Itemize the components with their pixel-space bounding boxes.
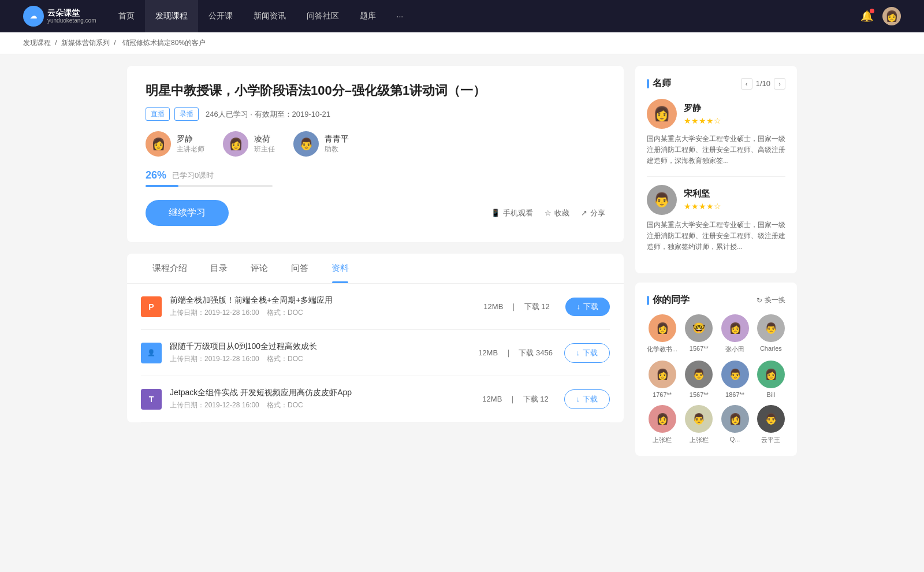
classmate-2[interactable]: 🤓 1567** [684, 314, 713, 354]
resource-info-2: 跟随千万级项目从0到100全过程高效成长 上传日期：2019-12-28 16:… [170, 341, 467, 364]
classmate-6[interactable]: 👨 1567** [684, 361, 713, 398]
classmate-3[interactable]: 👩 张小田 [720, 314, 749, 354]
navbar: ☁ 云朵课堂 yunduoketang.com 首页 发现课程 公开课 新闻资讯… [0, 0, 924, 32]
course-meta: 246人已学习 · 有效期至：2019-10-21 [206, 109, 330, 120]
progress-text: 已学习0课时 [172, 170, 214, 181]
teacher-2-info: 凌荷 班主任 [254, 134, 275, 154]
teacher-panel: 名师 ‹ 1/10 › 👩 罗静 ★★★★☆ [635, 66, 797, 273]
download-button-2[interactable]: ↓ 下载 [564, 343, 610, 363]
teacher-2: 👩 凌荷 班主任 [223, 131, 275, 157]
resource-meta-3: 上传日期：2019-12-28 16:00 格式：DOC [170, 400, 467, 410]
progress-section: 26% 已学习0课时 [146, 169, 605, 187]
collect-button[interactable]: ☆ 收藏 [545, 208, 569, 218]
teacher-card-1-stars: ★★★★☆ [684, 116, 721, 125]
share-icon: ↗ [581, 209, 587, 217]
classmate-4[interactable]: 👨 Charles [757, 314, 785, 354]
resource-icon-2: 👤 [141, 343, 162, 363]
breadcrumb-series[interactable]: 新媒体营销系列 [61, 39, 110, 47]
teacher-card-2-desc: 国内某重点大学安全工程专业硕士，国家一级注册消防工程师、注册安全工程师、级注册建… [647, 220, 785, 253]
classmate-9[interactable]: 👩 上张栏 [647, 405, 677, 444]
classmate-10[interactable]: 👨 上张栏 [684, 405, 713, 444]
main-container: 明星中教授课，小学阶段语法100分–强化级第1讲动词（一） 直播 录播 246人… [116, 66, 808, 465]
classmate-4-name: Charles [760, 345, 782, 352]
classmate-7[interactable]: 👨 1867** [720, 361, 749, 398]
teacher-3-avatar: 👨 [293, 131, 319, 157]
logo[interactable]: ☁ 云朵课堂 yunduoketang.com [23, 6, 96, 27]
breadcrumb: 发现课程 / 新媒体营销系列 / 销冠修炼术搞定80%的客户 [0, 32, 924, 54]
pager-next[interactable]: › [774, 78, 785, 90]
teacher-card-1-name: 罗静 [684, 103, 721, 114]
tab-qa[interactable]: 问答 [280, 254, 320, 283]
nav-discover[interactable]: 发现课程 [145, 0, 198, 32]
breadcrumb-discover[interactable]: 发现课程 [23, 39, 51, 47]
classmate-7-avatar: 👨 [721, 361, 749, 388]
resource-item-3: T Jetpack全组件实战 开发短视频应用高仿皮皮虾App 上传日期：2019… [141, 376, 610, 422]
phone-watch-button[interactable]: 📱 手机观看 [491, 208, 533, 218]
user-avatar[interactable]: 👩 [882, 7, 901, 25]
continue-button[interactable]: 继续学习 [146, 200, 229, 226]
classmate-2-name: 1567** [690, 345, 709, 352]
teacher-1-avatar: 👩 [146, 131, 171, 157]
pager-prev[interactable]: ‹ [741, 78, 752, 90]
resource-list: P 前端全栈加强版！前端全栈+全周期+多端应用 上传日期：2019-12-28 … [127, 284, 624, 422]
teacher-3-name: 青青平 [325, 134, 349, 144]
classmates-grid: 👩 化学教书... 🤓 1567** 👩 张小田 👨 Charles 👩 [647, 314, 785, 444]
classmates-title: 你的同学 [647, 294, 690, 306]
teacher-divider [647, 176, 785, 177]
classmate-3-name: 张小田 [725, 345, 744, 354]
nav-public[interactable]: 公开课 [198, 0, 243, 32]
download-icon-1: ↓ [577, 302, 581, 311]
classmate-12[interactable]: 👨 云平王 [757, 405, 785, 444]
classmate-11-avatar: 👩 [721, 405, 749, 433]
share-button[interactable]: ↗ 分享 [581, 208, 605, 218]
classmate-1[interactable]: 👩 化学教书... [647, 314, 677, 354]
teacher-3: 👨 青青平 助教 [293, 131, 349, 157]
nav-bank[interactable]: 题库 [349, 0, 386, 32]
refresh-icon: ↻ [757, 296, 762, 304]
resource-meta-2: 上传日期：2019-12-28 16:00 格式：DOC [170, 354, 467, 364]
action-buttons: 📱 手机观看 ☆ 收藏 ↗ 分享 [491, 208, 605, 218]
teacher-card-2: 👨 宋利坚 ★★★★☆ 国内某重点大学安全工程专业硕士，国家一级注册消防工程师、… [647, 185, 785, 253]
classmate-5[interactable]: 👩 1767** [647, 361, 677, 398]
tab-intro[interactable]: 课程介绍 [141, 254, 199, 283]
bell-icon[interactable]: 🔔 [860, 10, 873, 23]
nav-news[interactable]: 新闻资讯 [243, 0, 296, 32]
download-button-1[interactable]: ↓ 下载 [565, 298, 610, 316]
resource-name-2: 跟随千万级项目从0到100全过程高效成长 [170, 341, 467, 352]
resource-icon-1: P [141, 296, 162, 317]
download-icon-3: ↓ [576, 395, 580, 403]
refresh-button[interactable]: ↻ 换一换 [757, 295, 785, 305]
classmate-3-avatar: 👩 [721, 314, 749, 342]
classmate-7-name: 1867** [725, 391, 744, 398]
tab-catalog[interactable]: 目录 [199, 254, 239, 283]
tab-resources[interactable]: 资料 [320, 254, 360, 283]
teacher-card-2-stars: ★★★★☆ [684, 202, 721, 211]
resource-item-2: 👤 跟随千万级项目从0到100全过程高效成长 上传日期：2019-12-28 1… [141, 330, 610, 376]
teacher-card-2-avatar: 👨 [647, 185, 677, 215]
nav-more[interactable]: ··· [386, 0, 414, 32]
progress-pct: 26% [146, 169, 166, 181]
resource-icon-3: T [141, 389, 162, 410]
teacher-card-1-top: 👩 罗静 ★★★★☆ [647, 99, 785, 129]
resource-item: P 前端全栈加强版！前端全栈+全周期+多端应用 上传日期：2019-12-28 … [141, 284, 610, 330]
teacher-2-name: 凌荷 [254, 134, 275, 144]
nav-qa[interactable]: 问答社区 [296, 0, 349, 32]
teacher-card-2-info: 宋利坚 ★★★★☆ [684, 188, 721, 211]
teacher-card-2-top: 👨 宋利坚 ★★★★☆ [647, 185, 785, 215]
tab-review[interactable]: 评论 [239, 254, 280, 283]
teacher-2-avatar: 👩 [223, 131, 248, 157]
action-row: 继续学习 📱 手机观看 ☆ 收藏 ↗ 分享 [146, 200, 605, 226]
classmate-8[interactable]: 👩 Bill [757, 361, 785, 398]
tag-record: 录播 [174, 107, 199, 121]
teacher-1: 👩 罗静 主讲老师 [146, 131, 204, 157]
classmate-10-name: 上张栏 [690, 436, 709, 444]
classmate-11[interactable]: 👩 Q... [720, 405, 749, 444]
download-icon-2: ↓ [576, 348, 580, 357]
nav-home[interactable]: 首页 [108, 0, 145, 32]
resource-stats-3: 12MB ｜ 下载 12 [475, 394, 556, 404]
classmate-8-name: Bill [767, 391, 776, 398]
resource-name-1: 前端全栈加强版！前端全栈+全周期+多端应用 [170, 295, 468, 306]
download-button-3[interactable]: ↓ 下载 [564, 389, 610, 409]
teacher-card-2-name: 宋利坚 [684, 188, 721, 199]
classmate-12-name: 云平王 [761, 436, 780, 444]
